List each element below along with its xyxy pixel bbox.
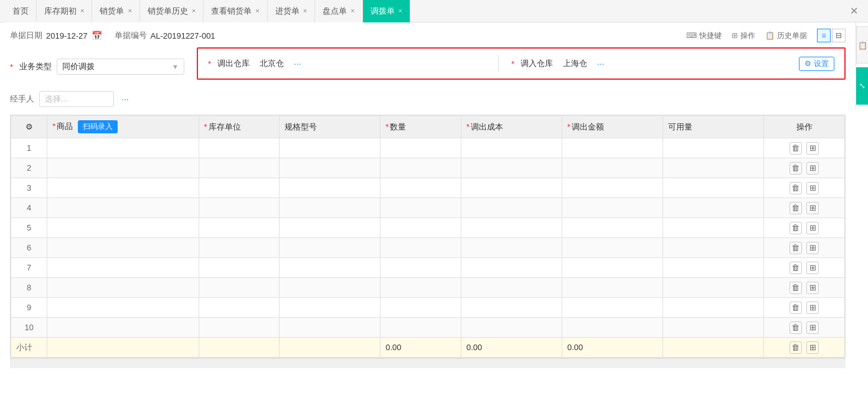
calendar-icon[interactable]: 📅 xyxy=(92,31,102,40)
horizontal-scrollbar[interactable] xyxy=(10,358,846,368)
transfer-out-more-btn[interactable]: ··· xyxy=(294,59,301,69)
cost-cell-3[interactable] xyxy=(461,178,562,198)
delete-icon-3[interactable]: 🗑 xyxy=(790,182,802,194)
product-cell-4[interactable] xyxy=(47,198,199,218)
product-cell-2[interactable] xyxy=(47,158,199,178)
available-cell-2[interactable] xyxy=(663,158,764,178)
delete-icon[interactable]: 🗑 xyxy=(790,341,802,354)
handler-more-btn[interactable]: ··· xyxy=(121,94,129,104)
amount-cell-9[interactable] xyxy=(562,298,663,318)
product-cell-7[interactable] xyxy=(47,258,199,278)
tab-transfer-close[interactable]: × xyxy=(399,7,402,14)
available-cell-10[interactable] xyxy=(663,318,764,338)
tab-sales-order[interactable]: 销货单 × xyxy=(92,0,139,22)
quantity-cell-1[interactable] xyxy=(380,138,461,158)
copy-icon-3[interactable]: ⊞ xyxy=(806,182,819,194)
delete-icon-2[interactable]: 🗑 xyxy=(790,162,802,174)
amount-cell-5[interactable] xyxy=(562,218,663,238)
unit-cell-1[interactable] xyxy=(199,138,280,158)
right-tool-expand[interactable]: ⤢ xyxy=(856,67,869,105)
product-cell-6[interactable] xyxy=(47,238,199,258)
product-cell-8[interactable] xyxy=(47,278,199,298)
spec-cell-9[interactable] xyxy=(280,298,380,318)
product-cell-9[interactable] xyxy=(47,298,199,318)
unit-cell-2[interactable] xyxy=(199,158,280,178)
tab-sales-history[interactable]: 销货单历史 × xyxy=(140,0,204,22)
unit-cell-9[interactable] xyxy=(199,298,280,318)
quantity-cell-4[interactable] xyxy=(380,198,461,218)
available-cell-5[interactable] xyxy=(663,218,764,238)
quantity-cell-8[interactable] xyxy=(380,278,461,298)
available-cell-1[interactable] xyxy=(663,138,764,158)
unit-cell-8[interactable] xyxy=(199,278,280,298)
product-cell-3[interactable] xyxy=(47,178,199,198)
amount-cell-3[interactable] xyxy=(562,178,663,198)
tab-inventory-init[interactable]: 库存期初 × xyxy=(37,0,92,22)
unit-cell-5[interactable] xyxy=(199,218,280,238)
spec-cell-8[interactable] xyxy=(280,278,380,298)
unit-cell-10[interactable] xyxy=(199,318,280,338)
shortcuts-button[interactable]: ⌨ 快捷键 xyxy=(686,31,722,41)
spec-cell-10[interactable] xyxy=(280,318,380,338)
amount-cell-7[interactable] xyxy=(562,258,663,278)
transfer-in-more-btn[interactable]: ··· xyxy=(597,59,605,69)
cost-cell-9[interactable] xyxy=(461,298,562,318)
delete-icon-7[interactable]: 🗑 xyxy=(790,262,802,274)
tab-inventory-init-close[interactable]: × xyxy=(80,7,84,14)
handler-select[interactable]: 选择... xyxy=(39,91,114,107)
tab-view-sales-close[interactable]: × xyxy=(255,7,259,14)
layout-btn-list[interactable]: ≡ xyxy=(817,29,831,42)
history-button[interactable]: 📋 历史单据 xyxy=(765,31,807,41)
copy-icon-9[interactable]: ⊞ xyxy=(806,302,819,314)
quantity-cell-9[interactable] xyxy=(380,298,461,318)
tab-purchase-order[interactable]: 进货单 × xyxy=(268,0,315,22)
tab-view-sales[interactable]: 查看销货单 × xyxy=(204,0,267,22)
unit-cell-4[interactable] xyxy=(199,198,280,218)
copy-icon-7[interactable]: ⊞ xyxy=(806,262,819,274)
quantity-cell-10[interactable] xyxy=(380,318,461,338)
copy-icon-6[interactable]: ⊞ xyxy=(806,242,819,254)
available-cell-3[interactable] xyxy=(663,178,764,198)
business-type-select[interactable]: 同价调拨 ▼ xyxy=(57,59,184,75)
cost-cell-6[interactable] xyxy=(461,238,562,258)
amount-cell-8[interactable] xyxy=(562,278,663,298)
cost-cell-10[interactable] xyxy=(461,318,562,338)
delete-icon-4[interactable]: 🗑 xyxy=(790,202,802,214)
product-cell-5[interactable] xyxy=(47,218,199,238)
cost-cell-5[interactable] xyxy=(461,218,562,238)
delete-icon-1[interactable]: 🗑 xyxy=(790,142,802,155)
copy-icon-1[interactable]: ⊞ xyxy=(806,142,819,155)
copy-icon-5[interactable]: ⊞ xyxy=(806,222,819,234)
col-settings[interactable]: ⚙ xyxy=(11,116,47,138)
copy-icon-8[interactable]: ⊞ xyxy=(806,282,819,294)
quantity-cell-7[interactable] xyxy=(380,258,461,278)
settings-button[interactable]: ⚙ 设置 xyxy=(799,57,834,71)
quantity-cell-3[interactable] xyxy=(380,178,461,198)
cost-cell-4[interactable] xyxy=(461,198,562,218)
available-cell-4[interactable] xyxy=(663,198,764,218)
quantity-cell-2[interactable] xyxy=(380,158,461,178)
unit-cell-3[interactable] xyxy=(199,178,280,198)
operations-button[interactable]: ⊞ 操作 xyxy=(732,31,755,41)
spec-cell-1[interactable] xyxy=(280,138,380,158)
copy-icon-2[interactable]: ⊞ xyxy=(806,162,819,174)
amount-cell-6[interactable] xyxy=(562,238,663,258)
spec-cell-2[interactable] xyxy=(280,158,380,178)
copy-icon-4[interactable]: ⊞ xyxy=(806,202,819,214)
tab-purchase-order-close[interactable]: × xyxy=(303,7,307,14)
cost-cell-2[interactable] xyxy=(461,158,562,178)
amount-cell-4[interactable] xyxy=(562,198,663,218)
tab-inventory-check[interactable]: 盘点单 × xyxy=(315,0,362,22)
quantity-cell-5[interactable] xyxy=(380,218,461,238)
spec-cell-6[interactable] xyxy=(280,238,380,258)
delete-icon-9[interactable]: 🗑 xyxy=(790,302,802,314)
available-cell-8[interactable] xyxy=(663,278,764,298)
amount-cell-10[interactable] xyxy=(562,318,663,338)
quantity-cell-6[interactable] xyxy=(380,238,461,258)
copy-icon-10[interactable]: ⊞ xyxy=(806,321,819,334)
unit-cell-6[interactable] xyxy=(199,238,280,258)
tab-transfer[interactable]: 调拨单 × xyxy=(363,0,410,22)
tab-inventory-check-close[interactable]: × xyxy=(351,7,354,14)
delete-icon-5[interactable]: 🗑 xyxy=(790,222,802,234)
cost-cell-1[interactable] xyxy=(461,138,562,158)
